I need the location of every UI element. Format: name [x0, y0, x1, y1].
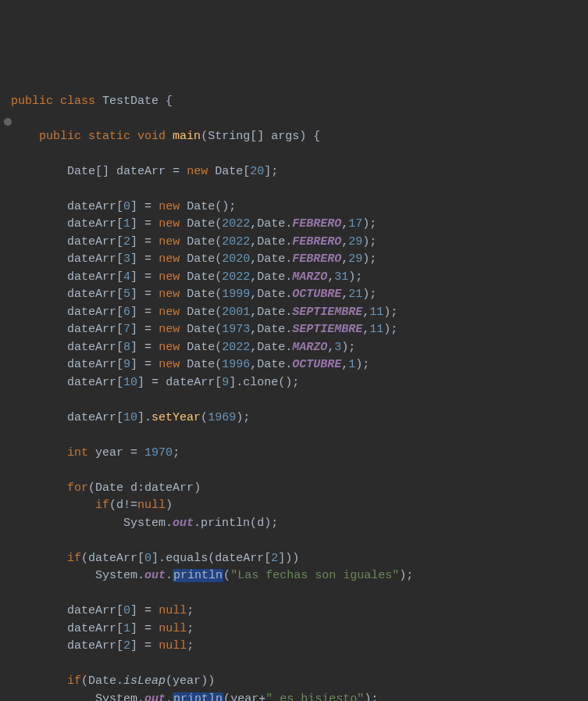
- num: 9: [222, 376, 229, 389]
- type: Date: [257, 235, 285, 249]
- method-setYear: setYear: [151, 411, 201, 424]
- type: Date: [257, 323, 285, 336]
- class-name: TestDate: [102, 95, 159, 108]
- var-dateArr: dateArr: [67, 323, 116, 336]
- keyword: new: [159, 306, 180, 319]
- num: 0: [144, 552, 151, 565]
- var-dateArr: dateArr: [67, 235, 116, 249]
- var-d: d: [257, 517, 264, 530]
- method-println: println: [201, 517, 250, 530]
- num: 11: [369, 306, 383, 319]
- num: 1996: [222, 358, 250, 371]
- num: 3: [334, 341, 341, 354]
- gutter-run-marker[interactable]: [4, 118, 12, 126]
- string-literal: "Las fechas son iguales": [230, 569, 399, 582]
- var-dateArr: dateArr: [67, 252, 116, 266]
- var-dateArr: dateArr: [116, 165, 166, 178]
- keyword: new: [159, 358, 180, 371]
- num: 1: [123, 217, 130, 231]
- keyword: new: [187, 165, 208, 178]
- field-out: out: [144, 569, 166, 582]
- var-dateArr: dateArr: [67, 376, 116, 389]
- type: Date: [187, 200, 215, 213]
- method-clone: clone: [243, 376, 278, 389]
- field: FEBRERO: [292, 235, 341, 249]
- var-system: System: [95, 692, 137, 702]
- num: 1999: [222, 288, 250, 301]
- type: Date: [187, 358, 215, 371]
- keyword: new: [159, 235, 180, 249]
- type: Date: [187, 323, 215, 336]
- var-dateArr: dateArr: [67, 306, 116, 319]
- type: Date: [187, 235, 215, 249]
- var-dateArr: dateArr: [67, 270, 116, 284]
- num: 6: [123, 306, 130, 319]
- method-isLeap: isLeap: [123, 674, 166, 688]
- num: 3: [123, 252, 130, 266]
- var-dateArr: dateArr: [67, 358, 116, 371]
- field: MARZO: [292, 270, 327, 284]
- keyword: static: [88, 130, 130, 143]
- keyword: void: [137, 130, 166, 143]
- brace: {: [166, 95, 173, 108]
- num: 11: [369, 323, 383, 336]
- string-literal: " es bisiesto": [265, 692, 364, 702]
- type: Date: [257, 341, 285, 354]
- keyword: class: [60, 95, 95, 108]
- type: Date: [257, 270, 285, 284]
- field-out: out: [173, 517, 194, 530]
- var-year: year: [95, 446, 123, 460]
- var-dateArr: dateArr: [67, 200, 116, 213]
- num: 1: [348, 358, 355, 371]
- num: 2022: [222, 217, 250, 231]
- keyword: for: [67, 481, 88, 495]
- var-d: d: [130, 481, 137, 495]
- var-dateArr: dateArr: [67, 411, 116, 424]
- num: 21: [348, 288, 362, 301]
- num: 20: [250, 165, 264, 178]
- num: 9: [123, 358, 130, 371]
- keyword: null: [137, 499, 166, 512]
- type: Date: [257, 288, 285, 301]
- field: FEBRERO: [292, 217, 341, 231]
- var-dateArr: dateArr: [215, 552, 264, 565]
- var-dateArr: dateArr: [67, 341, 116, 354]
- var-dateArr: dateArr: [67, 604, 116, 617]
- var-dateArr: dateArr: [88, 552, 137, 565]
- keyword: if: [67, 552, 81, 565]
- type: Date: [88, 674, 116, 688]
- type: Date: [95, 481, 123, 495]
- keyword: new: [159, 288, 180, 301]
- num: 2: [123, 639, 130, 653]
- num: 5: [123, 288, 130, 301]
- field: SEPTIEMBRE: [292, 323, 362, 336]
- num: 0: [123, 200, 130, 213]
- keyword: if: [67, 674, 81, 688]
- keyword: public: [11, 95, 53, 108]
- field-out: out: [144, 692, 166, 702]
- code-editor[interactable]: public class TestDate { public static vo…: [5, 75, 588, 701]
- type: Date: [257, 217, 285, 231]
- var-system: System: [95, 569, 137, 582]
- num: 2020: [222, 252, 250, 266]
- num: 2: [271, 552, 278, 565]
- field: OCTUBRE: [292, 288, 341, 301]
- type: Date: [67, 165, 95, 178]
- num: 2001: [222, 306, 250, 319]
- var-dateArr: dateArr: [67, 217, 116, 231]
- type: String: [208, 130, 250, 143]
- num: 2022: [222, 270, 250, 284]
- num: 1970: [144, 446, 173, 460]
- type: Date: [187, 217, 215, 231]
- keyword: new: [159, 217, 180, 231]
- type: Date: [187, 341, 215, 354]
- var-dateArr: dateArr: [67, 639, 116, 653]
- type: Date: [187, 306, 215, 319]
- num: 17: [348, 217, 362, 231]
- num: 8: [123, 341, 130, 354]
- keyword: new: [159, 323, 180, 336]
- num: 10: [123, 411, 137, 424]
- num: 1: [123, 622, 130, 635]
- var-dateArr: dateArr: [166, 376, 215, 389]
- var-year: year: [230, 692, 258, 702]
